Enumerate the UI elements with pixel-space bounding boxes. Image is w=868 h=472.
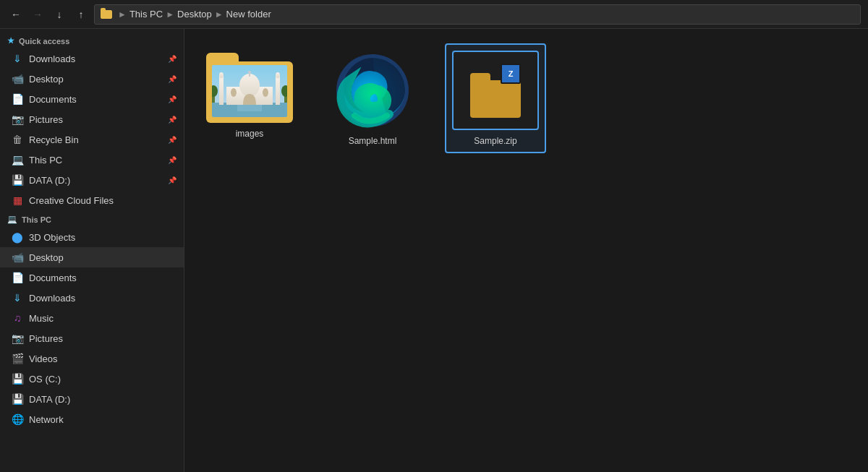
sidebar-item-pictures-pc[interactable]: 📷 Pictures bbox=[0, 328, 184, 348]
folder-photo-icon bbox=[206, 51, 293, 123]
sidebar-item-datad-qa[interactable]: 💾 DATA (D:) 📌 bbox=[0, 170, 184, 190]
pin-icon: 📌 bbox=[168, 156, 176, 164]
sidebar-item-music[interactable]: ♫ Music bbox=[0, 308, 184, 328]
file-item-sample-zip[interactable]: Z Sample.zip bbox=[445, 43, 546, 153]
up-button[interactable]: ↑ bbox=[72, 6, 90, 23]
downloads-pc-icon: ⇓ bbox=[12, 292, 23, 304]
star-icon: ★ bbox=[7, 36, 14, 46]
edge-icon bbox=[333, 51, 412, 130]
sidebar-item-creative-cloud[interactable]: ▦ Creative Cloud Files bbox=[0, 190, 184, 210]
zip-badge: Z bbox=[501, 64, 521, 84]
sidebar-item-documents-pc[interactable]: 📄 Documents bbox=[0, 267, 184, 288]
sidebar-item-desktop-pc[interactable]: 📹 Desktop bbox=[0, 247, 184, 267]
pictures-pc-icon: 📷 bbox=[12, 332, 23, 344]
file-name-zip: Sample.zip bbox=[474, 136, 516, 146]
sidebar-item-label: Pictures bbox=[29, 333, 176, 344]
svg-rect-9 bbox=[276, 76, 280, 105]
sidebar-item-label: Documents bbox=[29, 273, 176, 283]
sidebar-item-label: 3D Objects bbox=[29, 232, 176, 243]
sidebar-item-label: Recycle Bin bbox=[29, 134, 162, 145]
svg-rect-2 bbox=[237, 104, 262, 111]
sidebar: ★ Quick access ⇓ Downloads 📌 📹 Desktop 📌… bbox=[0, 29, 184, 472]
pin-icon: 📌 bbox=[168, 75, 176, 83]
sidebar-item-pictures-qa[interactable]: 📷 Pictures 📌 bbox=[0, 109, 184, 129]
sidebar-item-label: Network bbox=[29, 414, 176, 425]
computer-icon: 💻 bbox=[12, 154, 23, 166]
sidebar-item-label: Creative Cloud Files bbox=[29, 195, 176, 206]
svg-point-6 bbox=[248, 71, 251, 74]
this-pc-header: 💻 This PC bbox=[0, 210, 184, 227]
pin-icon: 📌 bbox=[168, 95, 176, 103]
downloads-icon: ⇓ bbox=[12, 53, 23, 64]
svg-point-8 bbox=[219, 72, 224, 78]
breadcrumb-desktop[interactable]: Desktop bbox=[177, 9, 212, 20]
svg-point-11 bbox=[231, 88, 237, 97]
sidebar-item-downloads-qa[interactable]: ⇓ Downloads 📌 bbox=[0, 48, 184, 69]
sidebar-item-videos[interactable]: 🎬 Videos bbox=[0, 348, 184, 369]
sidebar-item-label: Documents bbox=[29, 94, 162, 105]
sidebar-item-thispc-qa[interactable]: 💻 This PC 📌 bbox=[0, 150, 184, 170]
back-button[interactable]: ← bbox=[7, 6, 25, 23]
file-item-sample-html[interactable]: Sample.html bbox=[322, 43, 423, 153]
3d-objects-icon: ⬤ bbox=[12, 231, 23, 243]
zip-icon-container: Z bbox=[452, 51, 539, 130]
recent-button[interactable]: ↓ bbox=[51, 6, 68, 23]
recycle-bin-icon: 🗑 bbox=[12, 134, 23, 145]
sidebar-item-label: DATA (D:) bbox=[29, 175, 162, 186]
forward-button[interactable]: → bbox=[29, 6, 46, 23]
sidebar-item-network[interactable]: 🌐 Network bbox=[0, 409, 184, 429]
sidebar-item-label: Downloads bbox=[29, 53, 162, 64]
os-c-icon: 💾 bbox=[12, 373, 23, 385]
documents-pc-icon: 📄 bbox=[12, 272, 23, 283]
music-icon: ♫ bbox=[12, 312, 23, 324]
sidebar-item-label: This PC bbox=[29, 155, 162, 166]
pictures-icon: 📷 bbox=[12, 113, 23, 125]
svg-rect-7 bbox=[219, 76, 224, 105]
sidebar-item-label: Videos bbox=[29, 353, 176, 364]
data-d-icon: 💾 bbox=[12, 393, 23, 405]
file-area: images bbox=[184, 29, 868, 472]
computer-section-icon: 💻 bbox=[7, 215, 17, 224]
pin-icon: 📌 bbox=[168, 176, 176, 184]
sidebar-item-label: DATA (D:) bbox=[29, 394, 176, 405]
sidebar-item-3d-objects[interactable]: ⬤ 3D Objects bbox=[0, 227, 184, 247]
quick-access-header: ★ Quick access bbox=[0, 32, 184, 48]
file-name-html: Sample.html bbox=[349, 136, 397, 146]
sidebar-item-label: Pictures bbox=[29, 114, 162, 125]
sidebar-item-label: Music bbox=[29, 313, 176, 324]
sidebar-item-desktop-qa[interactable]: 📹 Desktop 📌 bbox=[0, 69, 184, 89]
titlebar: ← → ↓ ↑ ► This PC ► Desktop ► New folder bbox=[0, 0, 868, 29]
network-icon: 🌐 bbox=[12, 413, 23, 425]
svg-point-4 bbox=[239, 74, 260, 97]
pin-icon: 📌 bbox=[168, 55, 176, 63]
main-layout: ★ Quick access ⇓ Downloads 📌 📹 Desktop 📌… bbox=[0, 29, 868, 472]
sidebar-item-recycle-bin[interactable]: 🗑 Recycle Bin 📌 bbox=[0, 129, 184, 150]
creative-cloud-icon: ▦ bbox=[12, 194, 23, 206]
sidebar-item-os-c[interactable]: 💾 OS (C:) bbox=[0, 369, 184, 389]
drive-icon: 💾 bbox=[12, 174, 23, 186]
pin-icon: 📌 bbox=[168, 116, 176, 124]
breadcrumb[interactable]: ► This PC ► Desktop ► New folder bbox=[94, 4, 861, 25]
svg-point-10 bbox=[276, 72, 280, 78]
sidebar-item-label: Desktop bbox=[29, 252, 176, 263]
zip-icon: Z bbox=[470, 64, 521, 118]
documents-icon: 📄 bbox=[12, 93, 23, 105]
sidebar-item-label: OS (C:) bbox=[29, 374, 176, 385]
sidebar-item-downloads-pc[interactable]: ⇓ Downloads bbox=[0, 288, 184, 308]
videos-icon: 🎬 bbox=[12, 353, 23, 364]
sidebar-item-label: Desktop bbox=[29, 74, 162, 85]
file-name-images: images bbox=[236, 129, 264, 139]
folder-icon bbox=[101, 10, 112, 19]
sidebar-item-documents-qa[interactable]: 📄 Documents 📌 bbox=[0, 89, 184, 109]
desktop-pc-icon: 📹 bbox=[12, 252, 23, 263]
breadcrumb-newfolder[interactable]: New folder bbox=[226, 9, 271, 20]
sidebar-item-data-d[interactable]: 💾 DATA (D:) bbox=[0, 389, 184, 409]
file-item-images[interactable]: images bbox=[199, 43, 300, 146]
zip-folder-shape bbox=[470, 80, 521, 118]
breadcrumb-thispc[interactable]: This PC bbox=[129, 9, 163, 20]
sidebar-item-label: Downloads bbox=[29, 293, 176, 304]
desktop-icon: 📹 bbox=[12, 73, 23, 85]
pin-icon: 📌 bbox=[168, 136, 176, 144]
svg-point-12 bbox=[263, 88, 268, 97]
